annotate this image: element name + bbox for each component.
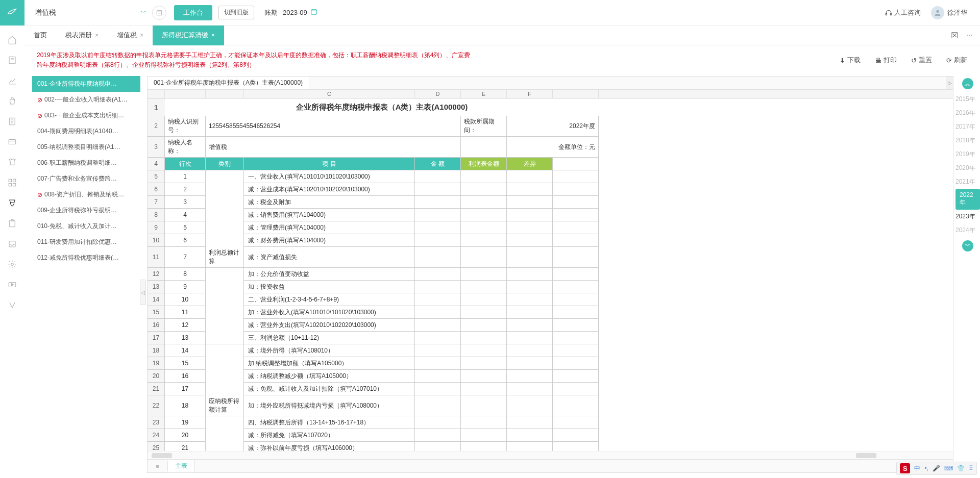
download-button[interactable]: ⬇ 下载 (840, 56, 861, 65)
tree-item-012[interactable]: 012-减免所得税优惠明细表(… (32, 250, 140, 266)
tree-item-010[interactable]: 010-免税、减计收入及加计… (32, 218, 140, 234)
cell[interactable] (415, 209, 461, 221)
cell[interactable] (553, 370, 599, 383)
close-icon[interactable]: × (211, 32, 215, 39)
company-select[interactable]: 增值税 ﹀ (35, 8, 147, 17)
cell[interactable] (461, 383, 507, 395)
cell[interactable] (461, 170, 507, 183)
year-2021年[interactable]: 2021年 (955, 175, 980, 189)
cell[interactable] (553, 281, 599, 293)
cell[interactable] (415, 170, 461, 183)
cell[interactable] (415, 429, 461, 442)
support-link[interactable]: 人工咨询 (885, 8, 921, 17)
close-icon[interactable]: × (140, 32, 143, 39)
cell[interactable] (461, 370, 507, 383)
cell[interactable] (415, 268, 461, 281)
cell[interactable] (415, 281, 461, 293)
cell[interactable] (461, 196, 507, 209)
cell[interactable] (415, 383, 461, 395)
cell[interactable] (507, 395, 553, 416)
cell[interactable] (507, 281, 553, 293)
cell[interactable] (415, 416, 461, 429)
ime-tools-icon[interactable]: ⠿ (969, 465, 973, 472)
cell[interactable] (461, 268, 507, 281)
cell[interactable] (461, 429, 507, 442)
close-icon[interactable]: × (95, 32, 99, 39)
cell[interactable] (553, 344, 599, 357)
nav-video-icon[interactable] (0, 274, 24, 295)
cell[interactable] (461, 293, 507, 306)
cell[interactable] (507, 357, 553, 370)
year-2017年[interactable]: 2017年 (955, 120, 980, 134)
workbench-button[interactable]: 工作台 (174, 5, 212, 20)
cell[interactable] (553, 268, 599, 281)
nav-bag-icon[interactable] (0, 91, 24, 111)
cell[interactable] (507, 196, 553, 209)
year-scroll-up[interactable]: ︽ (962, 78, 973, 89)
calendar-icon[interactable] (310, 8, 317, 17)
switch-old-button[interactable]: 切到旧版 (218, 6, 254, 19)
cell[interactable] (461, 319, 507, 332)
nav-gear-icon[interactable] (0, 254, 24, 274)
cell[interactable] (553, 357, 599, 370)
cell[interactable] (461, 247, 507, 268)
nav-home-icon[interactable] (0, 30, 24, 50)
cell[interactable] (553, 209, 599, 221)
cell[interactable] (553, 429, 599, 442)
cell[interactable] (415, 395, 461, 416)
cell[interactable] (415, 442, 461, 451)
cell[interactable] (461, 183, 507, 196)
cell[interactable] (507, 234, 553, 247)
cell[interactable] (553, 234, 599, 247)
tabs-more-icon[interactable]: ⋯ (966, 32, 972, 39)
cell[interactable] (415, 293, 461, 306)
cell[interactable] (415, 344, 461, 357)
year-2022年[interactable]: 2022年 (955, 189, 980, 210)
cell[interactable] (553, 221, 599, 234)
cell[interactable] (507, 416, 553, 429)
year-scroll-down[interactable]: ︾ (962, 240, 973, 251)
tree-item-005[interactable]: 005-纳税调整项目明细表(A1… (32, 139, 140, 155)
nav-book-icon[interactable] (0, 50, 24, 70)
cell[interactable] (553, 319, 599, 332)
cell[interactable] (415, 357, 461, 370)
h-scrollbar[interactable] (148, 451, 953, 459)
cell[interactable] (553, 183, 599, 196)
ime-skin-icon[interactable]: 👕 (957, 465, 965, 472)
cell[interactable] (461, 357, 507, 370)
tree-item-004[interactable]: 004-期间费用明细表(A1040… (32, 123, 140, 139)
year-2016年[interactable]: 2016年 (955, 106, 980, 120)
cell[interactable] (553, 442, 599, 451)
cell[interactable] (415, 319, 461, 332)
nav-doc-icon[interactable] (0, 111, 24, 132)
sheet-footer-name[interactable]: 主表 (168, 460, 195, 472)
collapse-handle[interactable]: ◁ (140, 280, 146, 305)
cell[interactable] (507, 221, 553, 234)
ime-punct-icon[interactable]: •, (924, 465, 928, 472)
tree-item-009[interactable]: 009-企业所得税弥补亏损明… (32, 203, 140, 218)
cell[interactable] (507, 319, 553, 332)
cell[interactable] (507, 183, 553, 196)
cell[interactable] (553, 395, 599, 416)
cell[interactable] (553, 332, 599, 344)
nav-card-icon[interactable] (0, 132, 24, 152)
user-name[interactable]: 徐泽华 (947, 8, 967, 17)
folder-button[interactable] (152, 6, 166, 20)
tab-income-tax[interactable]: 所得税汇算清缴× (153, 26, 224, 45)
cell[interactable] (507, 293, 553, 306)
cell[interactable] (461, 442, 507, 451)
cell[interactable] (461, 281, 507, 293)
year-2015年[interactable]: 2015年 (955, 92, 980, 106)
ime-keyboard-icon[interactable]: ⌨ (944, 465, 953, 472)
year-2018年[interactable]: 2018年 (955, 134, 980, 147)
ime-toolbar[interactable]: S 中 •, 🎤 ⌨ 👕 ⠿ (896, 462, 977, 475)
cell[interactable] (507, 170, 553, 183)
cell[interactable] (507, 442, 553, 451)
cell[interactable] (415, 306, 461, 319)
cell[interactable] (415, 247, 461, 268)
ime-mic-icon[interactable]: 🎤 (933, 465, 940, 472)
tab-tax-list[interactable]: 税表清册× (56, 26, 108, 45)
cell[interactable] (507, 268, 553, 281)
reset-button[interactable]: ↺ 重置 (911, 56, 932, 65)
nav-inbox-icon[interactable] (0, 234, 24, 254)
